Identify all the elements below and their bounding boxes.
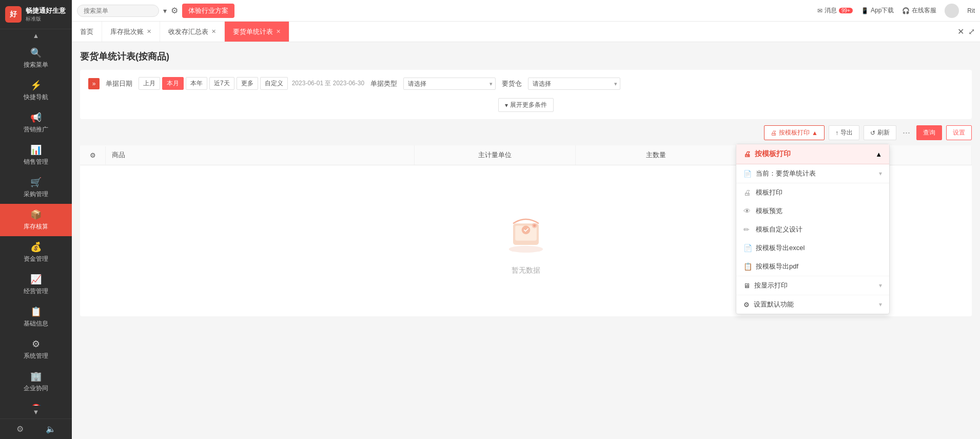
audio-bottom-icon[interactable]: 🔈 [46,424,56,434]
maximize-tab-btn[interactable]: ⤢ [968,27,975,36]
close-icon[interactable]: ✕ [211,28,216,35]
expand-more-btn[interactable]: ▾ 展开更多条件 [498,98,554,112]
design-icon: ✏ [743,225,750,234]
col-settings[interactable]: ⚙ [80,146,106,164]
tabbar: 首页 库存批次账 ✕ 收发存汇总表 ✕ 要货单统计表 ✕ ✕ ⤢ [72,22,980,42]
online-service-label: 在线客服 [912,6,936,15]
search-icon: 🔍 [30,47,42,59]
print-dropdown-header[interactable]: 🖨 按模板打印 ▲ [736,144,889,164]
export-excel-label: 按模板导出excel [756,243,805,253]
trial-btn[interactable]: 体验行业方案 [182,4,234,18]
col-qty: 主数量 [576,145,737,165]
chevron-right-default-icon: ▾ [879,301,882,308]
logo-letter: 好 [10,10,17,19]
document-icon: 📄 [743,170,752,178]
template-print-label: 模板打印 [756,188,782,197]
template-preview-item[interactable]: 👁 模板预览 [736,202,889,220]
date-7days-btn[interactable]: 近7天 [209,77,234,90]
close-icon[interactable]: ✕ [147,28,151,35]
logo-text: 畅捷通好生意 标准版 [26,6,66,23]
settings-btn[interactable]: 设置 [946,125,972,140]
goods-label: 要货仓 [502,79,522,88]
topbar-right: ✉ 消息 99+ 📱 App下载 🎧 在线客服 Rit [817,4,975,18]
sidebar-item-label: 采购管理 [24,190,48,199]
template-preview-label: 模板预览 [756,206,782,216]
sidebar-scroll-up[interactable]: ▲ [0,29,72,42]
date-more-btn[interactable]: 更多 [237,77,258,90]
default-func-group[interactable]: ⚙ 设置默认功能 ▾ [736,295,889,314]
template-design-item[interactable]: ✏ 模板自定义设计 [736,220,889,239]
tab-inventory-batch[interactable]: 库存批次账 ✕ [102,22,160,42]
goods-select[interactable]: 请选择 [528,78,620,90]
refresh-btn[interactable]: ↺ 刷新 [864,125,896,140]
export-btn[interactable]: ↑ 导出 [829,125,859,140]
settings-icon[interactable]: ⚙ [171,6,178,15]
sidebar-item-label: 搜索菜单 [24,61,48,69]
query-btn[interactable]: 查询 [916,125,942,140]
sidebar: 好 畅捷通好生意 标准版 ▲ 🔍 搜索菜单 ⚡ 快捷导航 📢 营销推广 📊 销售… [0,0,72,439]
export-excel-item[interactable]: 📄 按模板导出excel [736,239,889,257]
lightning-icon: ⚡ [30,80,42,91]
sidebar-item-label: 库存核算 [24,222,48,231]
message-label: 消息 [825,6,837,15]
print-dropdown-title-text: 按模板打印 [755,149,791,159]
date-this-year-btn[interactable]: 本年 [186,77,207,90]
current-item-left: 📄 当前：要货单统计表 [743,169,816,178]
sidebar-scroll-down[interactable]: ▼ [0,406,72,418]
print-dropdown-title: 🖨 按模板打印 [743,149,791,159]
filter-area: » 单据日期 上月 本月 本年 近7天 更多 自定义 2023-06-01 至 … [80,70,972,119]
tab-home[interactable]: 首页 [72,22,102,42]
display-print-group[interactable]: 🖥 按显示打印 ▾ [736,276,889,295]
more-options-btn[interactable]: ··· [900,125,912,140]
app-download-label: App下载 [871,6,894,15]
avatar[interactable] [945,4,959,18]
online-service-btn[interactable]: 🎧 在线客服 [902,6,936,15]
search-input[interactable] [77,5,159,17]
close-tab-btn[interactable]: ✕ [957,27,964,36]
sidebar-item-operation[interactable]: 📈 经营管理 [0,269,72,301]
enterprise-icon: 🏢 [30,371,42,382]
print-btn[interactable]: 🖨 按模板打印 ▲ [764,125,825,140]
sidebar-item-purchase[interactable]: 🛒 采购管理 [0,171,72,204]
print-dropdown: 🖨 按模板打印 ▲ 📄 当前：要货单统计表 ▾ 🖨 模板打印 [736,144,890,314]
headset-icon: 🎧 [902,7,910,14]
date-custom-btn[interactable]: 自定义 [260,77,288,90]
sidebar-item-quick-nav[interactable]: ⚡ 快捷导航 [0,74,72,107]
sidebar-item-inventory[interactable]: 📦 库存核算 [0,204,72,236]
default-func-label: 设置默认功能 [754,300,794,309]
export-pdf-item[interactable]: 📋 按模板导出pdf [736,257,889,276]
sidebar-item-guide[interactable]: 🎯 新手引导 [0,398,72,406]
filter-expand-btn[interactable]: » [88,78,100,89]
current-template-item[interactable]: 📄 当前：要货单统计表 ▾ [736,164,889,183]
sidebar-item-marketing[interactable]: 📢 营销推广 [0,107,72,139]
sidebar-item-label: 销售管理 [24,158,48,166]
search-dropdown-btn[interactable]: ▾ [163,7,167,15]
logo-icon: 好 [5,6,22,23]
date-range: 2023-06-01 至 2023-06-30 [292,79,364,88]
sidebar-item-sales[interactable]: 📊 销售管理 [0,139,72,171]
gear-small-icon: ⚙ [743,301,750,309]
tab-order-stats[interactable]: 要货单统计表 ✕ [225,22,289,42]
sidebar-item-enterprise[interactable]: 🏢 企业协同 [0,366,72,398]
sidebar-item-basic-info[interactable]: 📋 基础信息 [0,301,72,333]
date-label: 单据日期 [106,79,132,88]
current-template-label: 当前：要货单统计表 [756,169,816,178]
pdf-icon: 📋 [743,262,752,271]
goods-select-wrapper: 请选择 [528,78,620,90]
sidebar-item-search[interactable]: 🔍 搜索菜单 [0,42,72,74]
chevron-right-display-icon: ▾ [879,282,882,289]
page-content: 要货单统计表(按商品) » 单据日期 上月 本月 本年 近7天 更多 自定义 2… [72,42,980,439]
message-btn[interactable]: ✉ 消息 99+ [817,6,853,15]
app-download-btn[interactable]: 📱 App下载 [861,6,894,15]
date-last-month-btn[interactable]: 上月 [139,77,160,90]
sidebar-item-finance[interactable]: 💰 资金管理 [0,236,72,269]
template-print-item[interactable]: 🖨 模板打印 [736,183,889,202]
type-select[interactable]: 请选择 [403,78,496,90]
settings-bottom-icon[interactable]: ⚙ [16,424,24,434]
sidebar-item-system[interactable]: ⚙ 系统管理 [0,333,72,366]
date-this-month-btn[interactable]: 本月 [162,77,184,90]
tab-receipt-summary[interactable]: 收发存汇总表 ✕ [160,22,225,42]
marketing-icon: 📢 [30,112,42,123]
tabbar-actions: ✕ ⤢ [952,22,980,42]
close-icon[interactable]: ✕ [276,28,281,35]
